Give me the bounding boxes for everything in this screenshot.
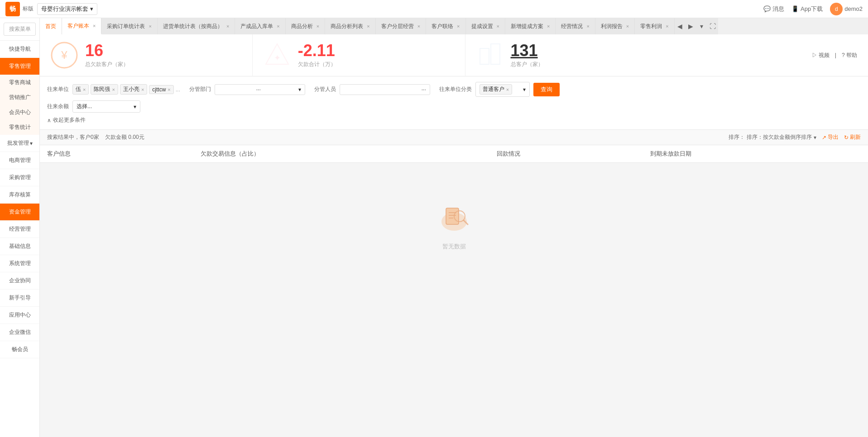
sidebar-item-finance[interactable]: 资金管理 xyxy=(0,204,39,221)
tab-business-status[interactable]: 经营情况 × xyxy=(556,18,595,34)
empty-state: 暂无数据 xyxy=(40,163,868,287)
tab-close-product-analysis-list[interactable]: × xyxy=(367,24,369,29)
remove-tag-normal-customer[interactable]: × xyxy=(506,87,509,92)
svg-rect-5 xyxy=(491,44,500,64)
tab-tips-settings[interactable]: 提成设置 × xyxy=(466,18,505,34)
filter-tags-unit: 伍 × 陈民强 × 王小亮 × cjttcw × xyxy=(72,84,180,95)
download-icon: 📱 xyxy=(791,5,799,12)
sidebar-item-enterprise-collab[interactable]: 企业协同 xyxy=(0,272,39,290)
tab-close-customer-ledger[interactable]: × xyxy=(93,23,96,28)
app-download-label: App下载 xyxy=(801,5,823,13)
play-icon: ▷ xyxy=(812,52,817,58)
tab-close-product-analysis[interactable]: × xyxy=(317,24,319,29)
chevron-down-icon: ▾ xyxy=(30,140,33,147)
sidebar-search-area: 搜索菜单 xyxy=(0,18,39,41)
tab-import-stats[interactable]: 进货单统计表（按商品） × xyxy=(158,18,235,34)
tab-new-tips-plan[interactable]: 新增提成方案 × xyxy=(505,18,556,34)
sidebar-item-marketing[interactable]: 营销推广 xyxy=(0,90,39,105)
tab-menu-btn[interactable]: ▾ xyxy=(696,18,707,34)
chevron-down-icon: ▾ xyxy=(298,86,301,93)
sidebar-item-retail-stats[interactable]: 零售统计 xyxy=(0,120,39,135)
sidebar-item-operations[interactable]: 经营管理 xyxy=(0,221,39,238)
refresh-btn[interactable]: ↻ 刷新 xyxy=(844,133,861,141)
tab-close-purchase-order[interactable]: × xyxy=(149,24,151,29)
tab-close-retail-profit[interactable]: × xyxy=(666,24,668,29)
video-link[interactable]: ▷ 视频 xyxy=(812,52,830,59)
tab-home[interactable]: 首页 xyxy=(40,18,62,34)
tab-customer-segment[interactable]: 客户分层经营 × xyxy=(376,18,426,34)
results-summary: 搜索结果中，客户0家 欠款金额 0.00元 xyxy=(47,133,144,141)
tab-close-customer-contact[interactable]: × xyxy=(457,24,460,29)
stat-card-debt-customers: ¥ 16 总欠款客户（家） xyxy=(40,34,253,76)
tab-product-analysis-list[interactable]: 商品分析列表 × xyxy=(325,18,375,34)
amount-select[interactable]: 选择... ▾ xyxy=(72,100,140,113)
chevron-down-icon: ▾ xyxy=(523,86,526,93)
col-due-date: 到期未放款日期 xyxy=(643,145,868,163)
debt-total-value: -2.11 xyxy=(298,43,336,59)
sidebar-item-purchase[interactable]: 采购管理 xyxy=(0,169,39,186)
tab-close-tips-settings[interactable]: × xyxy=(497,24,499,29)
dept-select[interactable]: ··· ▾ xyxy=(215,84,305,95)
remove-tag-cjttcw[interactable]: × xyxy=(168,87,170,92)
tab-customer-ledger[interactable]: 客户账本 × xyxy=(62,18,101,34)
remove-tag-chen[interactable]: × xyxy=(112,87,115,92)
sidebar-item-quick-nav[interactable]: 快捷导航 xyxy=(0,41,39,58)
total-customers-icon xyxy=(476,42,504,69)
collapse-btn[interactable]: ∧ 收起更多条件 xyxy=(47,116,861,124)
tab-close-product-instock[interactable]: × xyxy=(277,24,279,29)
sidebar-item-vip-member[interactable]: 畅会员 xyxy=(0,341,39,358)
sidebar-item-enterprise-wechat[interactable]: 企业微信 xyxy=(0,324,39,341)
query-button[interactable]: 查询 xyxy=(533,83,560,96)
total-customers-info: 131 总客户（家） xyxy=(511,43,543,68)
remove-tag-wu[interactable]: × xyxy=(83,87,86,92)
chevron-down-icon: ▾ xyxy=(134,104,136,110)
sidebar-item-wholesale-mgmt[interactable]: 批发管理 ▾ xyxy=(0,135,39,152)
sidebar-item-inventory[interactable]: 库存核算 xyxy=(0,186,39,204)
person-select[interactable]: ··· xyxy=(340,84,430,95)
tab-close-new-tips-plan[interactable]: × xyxy=(547,24,550,29)
svg-text:¥: ¥ xyxy=(61,49,67,61)
messages-btn[interactable]: 💬 消息 xyxy=(763,5,784,13)
top-bar-right: 💬 消息 📱 App下载 d demo2 xyxy=(763,3,863,15)
empty-icon xyxy=(436,199,472,235)
sidebar: 搜索菜单 快捷导航 零售管理 零售商城 营销推广 会员中心 零售统计 批发管理 … xyxy=(0,18,40,437)
tab-close-business-status[interactable]: × xyxy=(586,24,589,29)
tab-product-instock[interactable]: 产成品入库单 × xyxy=(235,18,285,34)
dept-label: 分管部门 xyxy=(189,86,211,93)
tab-close-import-stats[interactable]: × xyxy=(226,24,229,29)
sidebar-item-basic-info[interactable]: 基础信息 xyxy=(0,238,39,255)
app-download-btn[interactable]: 📱 App下载 xyxy=(791,5,823,13)
remove-tag-wang[interactable]: × xyxy=(141,87,144,92)
debt-total-icon: ✦ xyxy=(264,42,291,69)
tab-scroll-right[interactable]: ▶ xyxy=(686,18,696,34)
col-repayment: 回款情况 xyxy=(489,145,643,163)
sidebar-item-ecommerce[interactable]: 电商管理 xyxy=(0,152,39,169)
help-link[interactable]: ? 帮助 xyxy=(842,52,857,59)
tab-purchase-order-stats[interactable]: 采购订单统计表 × xyxy=(101,18,157,34)
filter-tag-wu: 伍 × xyxy=(72,84,89,95)
tab-customer-contact[interactable]: 客户联络 × xyxy=(426,18,465,34)
export-btn[interactable]: ↗ 导出 xyxy=(822,133,839,141)
tab-fullscreen-btn[interactable]: ⛶ xyxy=(707,18,718,34)
search-menu-btn[interactable]: 搜索菜单 xyxy=(4,23,36,36)
tab-scroll-left[interactable]: ◀ xyxy=(675,18,686,34)
unit-label: 往来单位 xyxy=(47,86,69,93)
sidebar-item-new-guide[interactable]: 新手引导 xyxy=(0,290,39,307)
svg-rect-7 xyxy=(446,208,459,224)
sidebar-item-sys-mgmt[interactable]: 系统管理 xyxy=(0,255,39,272)
tab-profit-report[interactable]: 利润报告 × xyxy=(595,18,635,34)
sidebar-item-retail-mall[interactable]: 零售商城 xyxy=(0,75,39,90)
sidebar-item-app-center[interactable]: 应用中心 xyxy=(0,307,39,324)
tab-close-customer-segment[interactable]: × xyxy=(417,24,420,29)
store-selector[interactable]: 母婴行业演示帐套 ▾ xyxy=(37,3,97,15)
unit-class-select[interactable]: 普通客户 × ▾ xyxy=(475,82,530,97)
tab-product-analysis[interactable]: 商品分析 × xyxy=(286,18,325,34)
tab-retail-profit[interactable]: 零售利润 × xyxy=(635,18,674,34)
filter-more-tags[interactable]: ... xyxy=(176,86,180,93)
sort-select[interactable]: 排序： 排序：按欠款金额倒序排序 ▾ xyxy=(729,133,816,141)
results-right: 排序： 排序：按欠款金额倒序排序 ▾ ↗ 导出 ↻ 刷新 xyxy=(729,133,861,141)
tab-close-profit-report[interactable]: × xyxy=(626,24,629,29)
user-profile[interactable]: d demo2 xyxy=(830,3,863,15)
sidebar-item-retail-mgmt[interactable]: 零售管理 xyxy=(0,58,39,75)
sidebar-item-member[interactable]: 会员中心 xyxy=(0,105,39,120)
